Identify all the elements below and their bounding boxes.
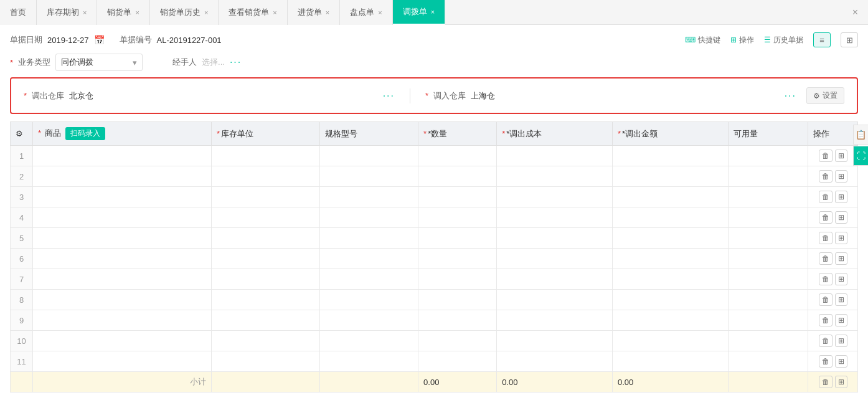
amount-cell[interactable] — [613, 269, 729, 290]
goods-cell[interactable] — [33, 146, 212, 166]
business-type-select[interactable]: 同价调拨 ▾ — [55, 54, 143, 71]
spec-cell[interactable] — [320, 146, 418, 166]
tab-sales-history-close[interactable]: × — [204, 9, 208, 16]
avail-cell[interactable] — [728, 187, 808, 207]
unit-cell[interactable] — [211, 249, 319, 269]
tab-purchase-order-close[interactable]: × — [326, 9, 329, 16]
cost-cell[interactable] — [497, 351, 613, 372]
unit-cell[interactable] — [211, 166, 319, 187]
tab-inventory-init[interactable]: 库存期初 × — [37, 0, 97, 25]
shortcuts-button[interactable]: ⌨ 快捷键 — [685, 35, 720, 45]
tab-inventory-init-close[interactable]: × — [83, 9, 87, 16]
cost-cell[interactable] — [497, 228, 613, 249]
th-gear[interactable]: ⚙ — [11, 122, 33, 146]
right-notes-button[interactable]: 📋 — [853, 125, 868, 145]
list-view-button[interactable]: ≡ — [813, 32, 831, 47]
goods-cell[interactable] — [33, 207, 212, 228]
spec-cell[interactable] — [320, 228, 418, 249]
settings-button[interactable]: ⚙ 设置 — [806, 87, 844, 104]
calendar-icon[interactable]: 📅 — [94, 35, 105, 45]
amount-cell[interactable] — [613, 166, 729, 187]
unit-cell[interactable] — [211, 351, 319, 372]
spec-cell[interactable] — [320, 331, 418, 351]
close-all-tabs-button[interactable]: × — [847, 4, 863, 21]
delete-row-button[interactable]: 🗑 — [819, 170, 833, 183]
agent-select[interactable]: 选择... — [202, 57, 225, 68]
copy-row-button[interactable]: ⊞ — [835, 252, 847, 265]
unit-cell[interactable] — [211, 290, 319, 310]
amount-cell[interactable] — [613, 249, 729, 269]
unit-cell[interactable] — [211, 207, 319, 228]
warehouse-out-dots-button[interactable]: ··· — [383, 90, 395, 102]
copy-row-button[interactable]: ⊞ — [835, 335, 847, 347]
spec-cell[interactable] — [320, 290, 418, 310]
goods-cell[interactable] — [33, 331, 212, 351]
history-button[interactable]: ☰ 历史单据 — [764, 35, 803, 45]
copy-row-button[interactable]: ⊞ — [835, 150, 847, 162]
qty-cell[interactable] — [418, 249, 497, 269]
cost-cell[interactable] — [497, 310, 613, 331]
spec-cell[interactable] — [320, 207, 418, 228]
qty-cell[interactable] — [418, 146, 497, 166]
avail-cell[interactable] — [728, 331, 808, 351]
qty-cell[interactable] — [418, 331, 497, 351]
avail-cell[interactable] — [728, 146, 808, 166]
avail-cell[interactable] — [728, 228, 808, 249]
tab-transfer-order-close[interactable]: × — [431, 8, 435, 16]
unit-cell[interactable] — [211, 269, 319, 290]
qty-cell[interactable] — [418, 351, 497, 372]
amount-cell[interactable] — [613, 228, 729, 249]
tab-view-sales-close[interactable]: × — [273, 9, 276, 16]
avail-cell[interactable] — [728, 249, 808, 269]
spec-cell[interactable] — [320, 351, 418, 372]
unit-cell[interactable] — [211, 310, 319, 331]
delete-row-button[interactable]: 🗑 — [819, 273, 833, 285]
goods-cell[interactable] — [33, 228, 212, 249]
copy-row-button[interactable]: ⊞ — [835, 232, 847, 244]
unit-cell[interactable] — [211, 187, 319, 207]
cost-cell[interactable] — [497, 269, 613, 290]
tab-transfer-order[interactable]: 调拨单 × — [393, 0, 445, 25]
tab-home[interactable]: 首页 — [0, 0, 37, 25]
goods-cell[interactable] — [33, 166, 212, 187]
delete-row-button[interactable]: 🗑 — [819, 355, 833, 368]
unit-cell[interactable] — [211, 146, 319, 166]
tab-sales-history[interactable]: 销货单历史 × — [150, 0, 219, 25]
qty-cell[interactable] — [418, 310, 497, 331]
unit-cell[interactable] — [211, 228, 319, 249]
qty-cell[interactable] — [418, 187, 497, 207]
cost-cell[interactable] — [497, 146, 613, 166]
operations-button[interactable]: ⊞ 操作 — [730, 35, 754, 45]
tab-inventory-check-close[interactable]: × — [378, 9, 382, 16]
copy-row-button[interactable]: ⊞ — [835, 273, 847, 285]
tab-sales-order[interactable]: 销货单 × — [97, 0, 149, 25]
copy-row-button[interactable]: ⊞ — [835, 211, 847, 224]
goods-cell[interactable] — [33, 351, 212, 372]
subtotal-delete-button[interactable]: 🗑 — [819, 376, 833, 388]
amount-cell[interactable] — [613, 290, 729, 310]
cost-cell[interactable] — [497, 331, 613, 351]
cost-cell[interactable] — [497, 249, 613, 269]
delete-row-button[interactable]: 🗑 — [819, 314, 833, 326]
goods-cell[interactable] — [33, 290, 212, 310]
tab-inventory-check[interactable]: 盘点单 × — [340, 0, 392, 25]
agent-dots-button[interactable]: ··· — [230, 57, 242, 68]
tab-sales-order-close[interactable]: × — [135, 9, 139, 16]
scan-button[interactable]: 扫码录入 — [65, 127, 105, 140]
copy-row-button[interactable]: ⊞ — [835, 293, 847, 306]
cost-cell[interactable] — [497, 290, 613, 310]
avail-cell[interactable] — [728, 166, 808, 187]
goods-cell[interactable] — [33, 310, 212, 331]
avail-cell[interactable] — [728, 269, 808, 290]
spec-cell[interactable] — [320, 166, 418, 187]
amount-cell[interactable] — [613, 310, 729, 331]
spec-cell[interactable] — [320, 310, 418, 331]
subtotal-copy-button[interactable]: ⊞ — [835, 376, 847, 388]
amount-cell[interactable] — [613, 207, 729, 228]
goods-cell[interactable] — [33, 187, 212, 207]
delete-row-button[interactable]: 🗑 — [819, 232, 833, 244]
delete-row-button[interactable]: 🗑 — [819, 293, 833, 306]
tab-view-sales[interactable]: 查看销货单 × — [219, 0, 287, 25]
spec-cell[interactable] — [320, 249, 418, 269]
amount-cell[interactable] — [613, 187, 729, 207]
